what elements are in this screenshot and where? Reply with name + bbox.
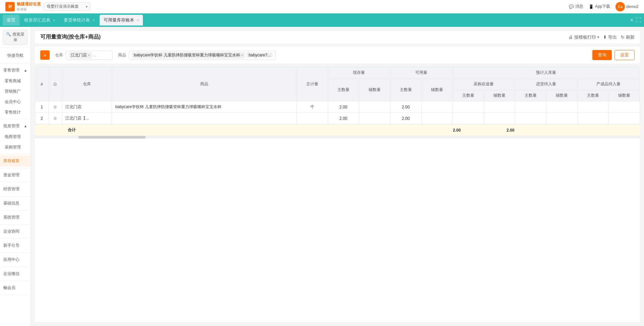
cell-settings[interactable]: ⚙	[49, 101, 62, 113]
tab-receive[interactable]: 收发存汇总表 ×	[20, 15, 59, 26]
logo-text-area: 畅捷通好生意 标准版	[17, 1, 41, 12]
th-available: 可用量	[390, 67, 452, 79]
avatar: Ea	[615, 2, 625, 11]
sidebar-finance-header[interactable]: 资金管理	[0, 170, 31, 181]
cell-unit	[297, 113, 328, 124]
sidebar-inventory-header[interactable]: 库存核算	[0, 155, 31, 167]
settings-btn[interactable]: 设置	[614, 50, 635, 60]
members-label: 会员中心	[5, 99, 21, 104]
cell-available-aux	[421, 113, 452, 124]
cell-warehouse: 江北门店【...	[62, 113, 112, 124]
sidebar-item-ecommerce[interactable]: 电商管理	[0, 132, 31, 142]
sidebar-item-quick-nav[interactable]: 快捷导航	[0, 50, 31, 61]
tab-home[interactable]: 首页	[3, 15, 19, 26]
row-settings-icon[interactable]: ⚙	[53, 105, 57, 109]
chevron-down-icon: ▾	[86, 4, 88, 9]
sidebar-system-header[interactable]: 系统管理	[0, 212, 31, 223]
sidebar-wechat-header[interactable]: 企业微信	[0, 268, 31, 279]
sidebar-guide-label: 新手引导	[3, 243, 19, 248]
app-download-btn[interactable]: 📱 App下载	[589, 4, 610, 9]
sidebar-item-purchase[interactable]: 采购管理	[0, 142, 31, 152]
th-purchase-transit: 采购在途量	[452, 79, 515, 90]
table-container: # ⚙ 仓库 商品 主计量 现存量 可用量 预计入库量 主数	[35, 67, 640, 322]
sidebar-section-apps: 应用中心	[0, 253, 31, 267]
cell-available-aux	[421, 101, 452, 113]
cell-finished-aux	[608, 101, 640, 113]
sidebar-section-enterprise: 企业协同	[0, 225, 31, 239]
refresh-btn[interactable]: ↻ 刷新	[621, 34, 635, 40]
cell-product	[112, 113, 297, 124]
industry-selector[interactable]: 母婴行业演示账套 ▾	[44, 2, 91, 11]
th-current-stock: 现存量	[328, 67, 390, 79]
product-tag-1-text: babycare学饮杯 儿童防摔防撞吸管杯重力球吸嘴杯宝宝水杯	[134, 52, 240, 58]
user-name: demo2	[626, 4, 639, 9]
sidebar-guide-header[interactable]: 新手引导	[0, 240, 31, 251]
print-template-btn[interactable]: 🖨 按模板打印 ▾	[569, 34, 599, 40]
sidebar-item-marketing[interactable]: 营销推广	[0, 86, 31, 97]
sidebar-nav: 快捷导航	[0, 48, 31, 63]
table-scroll-bar[interactable]	[35, 136, 640, 138]
th-available-main: 主数量	[390, 79, 421, 101]
cell-goods-main	[515, 101, 546, 113]
settings-icon[interactable]: ⚙	[53, 82, 57, 87]
user-area[interactable]: Ea demo2	[615, 2, 639, 11]
product-tag-1-close[interactable]: ×	[241, 53, 243, 57]
tab-receive-label: 收发存汇总表	[24, 17, 50, 23]
page-header: 可用量查询(按仓库+商品) 🖨 按模板打印 ▾ ⬇ 导出 ↻ 刷新	[35, 31, 640, 43]
tab-bar: 首页 收发存汇总表 × 要货单统计表 × 可用量库存账本 × × ⛶	[0, 13, 644, 27]
sidebar-retail-header[interactable]: 零售管理 ▲	[0, 65, 31, 76]
sidebar-wholesale-header[interactable]: 批发管理 ▲	[0, 121, 31, 132]
sidebar-operations-header[interactable]: 经营管理	[0, 184, 31, 195]
sidebar-operations-label: 经营管理	[3, 186, 19, 192]
sidebar-section-operations: 经营管理	[0, 182, 31, 196]
th-available-aux: 辅数量	[421, 79, 452, 101]
message-btn[interactable]: 💬 消息	[569, 4, 583, 9]
th-finished-pending: 产成品待入量	[577, 79, 640, 90]
cell-purchase-aux	[484, 101, 515, 113]
warehouse-filter-input[interactable]: 江北门店 × ...	[66, 51, 113, 60]
warehouse-filter-label: 仓库	[55, 52, 63, 58]
sidebar-retail-label: 零售管理	[3, 67, 19, 73]
table-scroll-thumb[interactable]	[78, 136, 146, 139]
tab-expand-btn[interactable]: ⛶	[636, 17, 641, 23]
logo-sub-text: 标准版	[17, 7, 41, 12]
sidebar-member-header[interactable]: 畅会员	[0, 282, 31, 293]
summary-label-text: 合计	[68, 128, 76, 132]
tab-inventory-close[interactable]: ×	[137, 18, 139, 22]
product-filter-input[interactable]: babycare学饮杯 儿童防摔防撞吸管杯重力球吸嘴杯宝宝水杯 × babyca…	[129, 51, 276, 60]
sidebar-item-retail-stats[interactable]: 零售统计	[0, 107, 31, 118]
tab-receive-close[interactable]: ×	[53, 18, 55, 22]
product-filter-label: 商品	[118, 52, 126, 58]
warehouse-tag-close[interactable]: ×	[88, 53, 90, 57]
purchase-label: 采购管理	[5, 145, 21, 149]
tab-order[interactable]: 要货单统计表 ×	[60, 15, 99, 26]
tab-order-close[interactable]: ×	[93, 18, 95, 22]
sidebar-section-system: 系统管理	[0, 211, 31, 225]
sidebar-search-btn[interactable]: 🔍 搜索菜单	[3, 30, 28, 45]
sidebar-basic-header[interactable]: 基础信息	[0, 198, 31, 209]
cell-purchase-aux	[484, 113, 515, 124]
refresh-label: 刷新	[626, 34, 635, 40]
th-unit: 主计量	[297, 67, 328, 101]
row-settings-icon[interactable]: ⚙	[53, 116, 57, 121]
tab-home-label: 首页	[7, 17, 15, 23]
filter-expand-btn[interactable]: »	[40, 50, 50, 60]
cell-settings[interactable]: ⚙	[49, 113, 62, 124]
top-bar-right: 💬 消息 📱 App下载 Ea demo2	[569, 2, 639, 11]
sidebar-enterprise-header[interactable]: 企业协同	[0, 226, 31, 237]
page-title: 可用量查询(按仓库+商品)	[40, 34, 101, 41]
export-icon: ⬇	[603, 35, 607, 40]
sidebar-apps-header[interactable]: 应用中心	[0, 254, 31, 265]
export-btn[interactable]: ⬇ 导出	[603, 34, 617, 40]
content-area: 可用量查询(按仓库+商品) 🖨 按模板打印 ▾ ⬇ 导出 ↻ 刷新	[31, 27, 644, 326]
sidebar-enterprise-label: 企业协同	[3, 229, 19, 234]
sidebar-item-retail-mall[interactable]: 零售商城	[0, 76, 31, 86]
tab-close-all-btn[interactable]: ×	[630, 17, 633, 23]
query-btn[interactable]: 查询	[592, 50, 612, 60]
warehouse-filter-group: 仓库 江北门店 × ...	[55, 51, 113, 60]
sidebar-section-inventory: 库存核算	[0, 154, 31, 168]
sidebar-item-members[interactable]: 会员中心	[0, 97, 31, 107]
tab-inventory[interactable]: 可用量库存账本 ×	[100, 15, 143, 26]
cell-goods-main	[515, 113, 546, 124]
cell-finished-main	[577, 101, 608, 113]
